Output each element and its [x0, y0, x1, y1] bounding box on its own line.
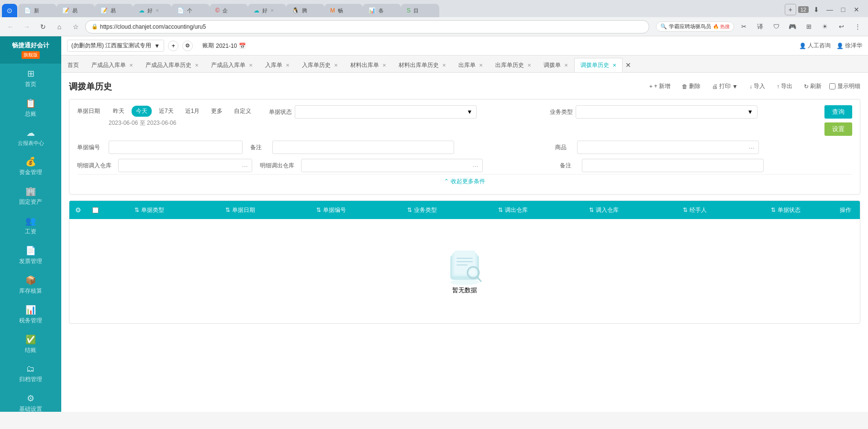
scissors-btn[interactable]: ✂: [737, 20, 750, 33]
browser-tab-11[interactable]: S目: [401, 4, 439, 17]
tab-inbound-history[interactable]: 入库单历史✕: [296, 58, 344, 72]
date-btn-more[interactable]: 更多: [207, 105, 227, 117]
tab-inbound[interactable]: 入库单✕: [259, 58, 296, 72]
tab-transfer-history[interactable]: 调拨单历史✕: [574, 58, 623, 72]
consultant-btn[interactable]: 👤 人工咨询: [799, 42, 831, 50]
display-toggle[interactable]: 显示明细: [829, 82, 860, 90]
home-browser-btn[interactable]: ⌂: [53, 20, 66, 33]
sidebar-item-salary[interactable]: 👥 工资: [0, 211, 61, 241]
tab-outbound-history[interactable]: 出库单历史✕: [489, 58, 537, 72]
browser-tab-4[interactable]: ☁好✕: [133, 4, 171, 17]
th-transfer-out[interactable]: ⇅ 调出仓库: [467, 206, 558, 214]
tab-close-window[interactable]: ✕: [851, 4, 862, 15]
sidebar-item-settings[interactable]: ⚙ 基础设置: [0, 388, 61, 412]
tab-downloads[interactable]: ⬇: [811, 4, 822, 15]
th-doc-status[interactable]: ⇅ 单据状态: [740, 206, 831, 214]
settings-company-btn[interactable]: ⚙: [182, 41, 193, 51]
tab-mo-close[interactable]: ✕: [382, 63, 386, 68]
browser-tab-10[interactable]: 📊各: [363, 4, 401, 17]
translate-btn[interactable]: 译: [753, 20, 767, 33]
bookmark-btn[interactable]: ☆: [69, 20, 82, 33]
address-bar[interactable]: 🔒 https://cloud.chanjet.com/accounting/u…: [85, 20, 649, 33]
th-checkbox[interactable]: [87, 207, 104, 213]
brightness-btn[interactable]: ☀: [818, 20, 832, 33]
setting-btn[interactable]: 设置: [824, 122, 852, 136]
sidebar-item-ledger[interactable]: 📋 总账: [0, 93, 61, 123]
tab-pi2-close[interactable]: ✕: [249, 63, 253, 68]
tab-product-inbound2[interactable]: 产成品入库单✕: [205, 58, 259, 72]
tab-minimize[interactable]: —: [824, 4, 835, 15]
forward-btn[interactable]: →: [20, 20, 33, 33]
status-select[interactable]: ▼: [295, 105, 477, 119]
sidebar-item-archive[interactable]: 🗂 归档管理: [0, 359, 61, 388]
tab-product-inbound[interactable]: 产成品入库单✕: [85, 58, 139, 72]
sidebar-item-invoice[interactable]: 📄 发票管理: [0, 241, 61, 270]
export-btn[interactable]: ↑ 导出: [773, 80, 796, 92]
browser-tab-9[interactable]: M畅: [324, 4, 363, 17]
tab-trh-close[interactable]: ✕: [612, 63, 616, 68]
date-btn-today[interactable]: 今天: [132, 106, 152, 117]
th-doc-type[interactable]: ⇅ 单据类型: [104, 206, 195, 214]
browser-tab-8[interactable]: 🐧腾: [286, 4, 324, 17]
date-btn-custom[interactable]: 自定义: [230, 105, 256, 117]
sidebar-item-home[interactable]: ⊞ 首页: [0, 64, 61, 93]
tab-inh-close[interactable]: ✕: [334, 63, 338, 68]
query-btn[interactable]: 查询: [824, 105, 852, 119]
sidebar-item-fixed-asset[interactable]: 🏢 固定资产: [0, 181, 61, 211]
tab-in-close[interactable]: ✕: [286, 63, 289, 68]
tab-maximize[interactable]: □: [837, 4, 849, 15]
date-btn-7days[interactable]: 近7天: [155, 105, 178, 117]
new-btn[interactable]: + + 新增: [645, 80, 674, 92]
tab-pih-close[interactable]: ✕: [195, 63, 199, 68]
menu-btn[interactable]: ⋮: [851, 20, 864, 33]
tab-tr-close[interactable]: ✕: [564, 63, 568, 68]
browser-tab-7[interactable]: ☁好✕: [248, 4, 286, 17]
tab-pi-close[interactable]: ✕: [129, 63, 133, 68]
search-bar[interactable]: 🔍 学霸应聘场驱鸟员 🔥 热搜: [656, 22, 734, 32]
import-btn[interactable]: ↓ 导入: [746, 80, 769, 92]
tab-out-close[interactable]: ✕: [479, 63, 483, 68]
tab-product-inbound-history[interactable]: 产成品入库单历史✕: [139, 58, 205, 72]
th-doc-number[interactable]: ⇅ 单据编号: [286, 206, 377, 214]
refresh-browser-btn[interactable]: ↻: [36, 20, 50, 33]
browser-tab-3[interactable]: 📝易: [95, 4, 133, 17]
refresh-btn[interactable]: ↻ 刷新: [800, 80, 825, 92]
user-btn[interactable]: 👤 徐泽华: [836, 42, 862, 50]
sidebar-item-tax[interactable]: 📊 税务管理: [0, 300, 61, 330]
detail-out-select[interactable]: ···: [301, 159, 483, 172]
tab-material-outbound[interactable]: 材料出库单✕: [344, 58, 392, 72]
browser-logo-tab[interactable]: ⊙: [2, 4, 17, 17]
display-checkbox[interactable]: [829, 83, 835, 89]
remarks2-input[interactable]: [582, 159, 764, 172]
calendar-icon[interactable]: 📅: [239, 43, 246, 49]
date-btn-yesterday[interactable]: 昨天: [109, 105, 129, 117]
print-btn[interactable]: 🖨 打印 ▼: [708, 80, 742, 92]
remarks-input[interactable]: [272, 141, 454, 154]
undo-btn[interactable]: ↩: [835, 20, 848, 33]
tab-transfer[interactable]: 调拨单✕: [537, 58, 574, 72]
add-company-btn[interactable]: +: [168, 41, 178, 51]
tab-count-badge[interactable]: 12: [798, 6, 809, 13]
new-tab-btn[interactable]: +: [785, 4, 796, 15]
sidebar-item-capital[interactable]: 💰 资金管理: [0, 152, 61, 181]
company-selector[interactable]: (勿删勿禁用) 江西服宝测试专用 ▼: [67, 40, 164, 52]
sidebar-item-inventory[interactable]: 📦 库存核算: [0, 270, 61, 300]
delete-btn[interactable]: 🗑 删除: [678, 80, 704, 92]
biz-select[interactable]: ▼: [576, 105, 757, 119]
tab-moh-close[interactable]: ✕: [442, 63, 446, 68]
th-settings[interactable]: ⚙: [69, 206, 87, 214]
date-btn-1month[interactable]: 近1月: [181, 105, 204, 117]
tab-material-outbound-history[interactable]: 材料出库单历史✕: [392, 58, 452, 72]
close-all-tabs-btn[interactable]: ✕: [623, 58, 634, 72]
filter-collapse-btn[interactable]: ⌃ 收起更多条件: [77, 174, 852, 188]
tab-outh-close[interactable]: ✕: [527, 63, 531, 68]
detail-in-select[interactable]: ···: [118, 159, 252, 172]
back-btn[interactable]: ←: [4, 20, 17, 33]
docno-input[interactable]: [109, 141, 243, 154]
th-doc-date[interactable]: ⇅ 单据日期: [195, 206, 286, 214]
th-transfer-in[interactable]: ⇅ 调入仓库: [558, 206, 649, 214]
grid-btn[interactable]: ⊞: [802, 20, 815, 33]
browser-tab-1[interactable]: 📄新: [18, 4, 56, 17]
sidebar-item-cloud-report[interactable]: ☁ 云报表中心: [0, 123, 61, 152]
game-btn[interactable]: 🎮: [786, 20, 799, 33]
